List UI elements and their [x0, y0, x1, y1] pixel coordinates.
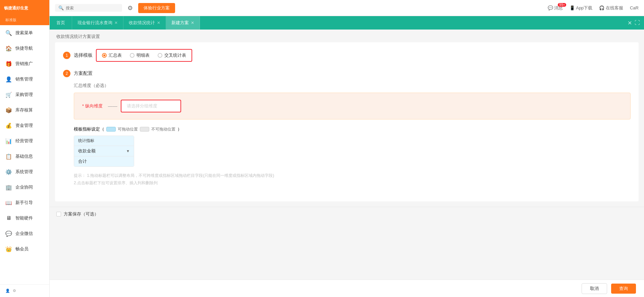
message-icon: 💬 — [548, 5, 553, 10]
indicator-cell-amount[interactable]: 收款金额 ▼ — [74, 146, 134, 156]
topbar: 🔍 ⚙ 体验行业方案 💬 消息 99+ 📱 App下载 🎧 在线客服 CaR — [50, 0, 644, 16]
draggable-label: 可拖动位置 — [118, 127, 138, 132]
radio-cross[interactable]: 交叉统计表 — [158, 52, 186, 58]
sidebar-item-label: 企业微信 — [15, 231, 33, 237]
tip-line1: 提示： 1.拖动标题栏可以调整布局，不可跨维度或指标区域拖动栏目字段(只能在同一… — [74, 172, 631, 180]
sidebar-item-inventory[interactable]: 📦 库存核算 — [0, 102, 49, 118]
logo-text: 畅捷通好生意 — [4, 6, 28, 10]
sidebar-item-search[interactable]: 🔍 搜索菜单 — [0, 25, 49, 41]
tab-receipts[interactable]: 收款情况统计 ✕ — [123, 16, 166, 30]
dim-placeholder: 请选择分组维度 — [127, 103, 157, 108]
radio-summary[interactable]: 汇总表 — [102, 52, 122, 58]
sidebar-item-enterprise[interactable]: 🏢 企业协同 — [0, 180, 49, 195]
close-icon[interactable]: ✕ — [191, 20, 194, 25]
chat-icon: 💬 — [5, 231, 12, 237]
bottom-bar: 取消 查询 — [50, 280, 644, 297]
page-title: 收款情况统计方案设置 — [50, 30, 644, 42]
search-icon: 🔍 — [58, 5, 64, 10]
dimension-row: * 纵向维度 —— 请选择分组维度 — [82, 100, 622, 112]
settings-icon[interactable]: ⚙ — [127, 4, 133, 12]
step1-title: 选择模板 — [74, 52, 93, 58]
radio-cross-input[interactable] — [158, 53, 162, 58]
sidebar-item-operation[interactable]: 📊 经营管理 — [0, 133, 49, 149]
sidebar-item-label: 快捷导航 — [15, 45, 33, 51]
step1-number: 1 — [63, 52, 70, 59]
tab-home-label: 首页 — [56, 20, 65, 26]
fixed-label: 不可拖动位置 — [151, 127, 175, 132]
sidebar-item-label: 销售管理 — [15, 76, 33, 82]
tip-line2: 2.点击标题栏下拉可设置排序、插入列和删除列 — [74, 180, 631, 187]
sidebar-item-hardware[interactable]: 🖥 智能硬件 — [0, 210, 49, 226]
sidebar-item-label: 经营管理 — [15, 138, 33, 144]
sidebar-item-system[interactable]: ⚙️ 系统管理 — [0, 164, 49, 180]
step2-header: 2 方案配置 — [63, 70, 631, 77]
building-icon: 🏢 — [5, 184, 12, 191]
sidebar-item-newbie[interactable]: 📖 新手引导 — [0, 195, 49, 210]
indicator-settings: 模板指标设定（ 可拖动位置 不可拖动位置 ） — [74, 126, 631, 167]
close-icon[interactable]: ✕ — [157, 20, 160, 25]
cancel-button[interactable]: 取消 — [582, 283, 607, 294]
sidebar: 畅捷通好生意 标准版 🔍 搜索菜单 🏠 快捷导航 🎁 营销推广 👤 销售管理 🛒… — [0, 0, 50, 297]
download-icon: 📱 — [570, 5, 575, 10]
notification-area[interactable]: 💬 消息 99+ — [548, 5, 563, 11]
sidebar-item-label: 系统管理 — [15, 169, 33, 175]
search-input[interactable] — [66, 6, 116, 10]
sidebar-item-label: 库存核算 — [15, 107, 33, 113]
clipboard-icon: 📋 — [5, 153, 12, 160]
tab-new-plan-label: 新建方案 — [171, 20, 189, 26]
sidebar-logo: 畅捷通好生意 — [0, 0, 49, 16]
online-service[interactable]: 🎧 在线客服 — [599, 5, 623, 11]
tab-new-plan[interactable]: 新建方案 ✕ — [166, 16, 200, 30]
sidebar-item-sales[interactable]: 👤 销售管理 — [0, 71, 49, 87]
step1-header: 1 选择模板 汇总表 明细表 — [63, 49, 631, 62]
expand-icon[interactable]: ⛶ — [635, 20, 640, 26]
save-checkbox[interactable] — [56, 212, 61, 216]
home-icon: 🏠 — [5, 45, 12, 52]
industry-button[interactable]: 体验行业方案 — [138, 3, 175, 13]
sidebar-item-quicknav[interactable]: 🏠 快捷导航 — [0, 41, 49, 56]
search-box[interactable]: 🔍 — [55, 4, 122, 12]
user-info[interactable]: CaR — [630, 5, 639, 10]
indicator-table-header: 统计指标 — [74, 136, 134, 146]
legend-fixed: 不可拖动位置 — [140, 127, 175, 132]
logo-subtitle: 标准版 — [0, 16, 49, 25]
tab-home[interactable]: 首页 — [50, 16, 72, 30]
close-window-icon[interactable]: ✕ — [628, 20, 632, 26]
radio-detail-input[interactable] — [130, 53, 135, 58]
tabbar: 首页 现金银行流水查询 ✕ 收款情况统计 ✕ 新建方案 ✕ ✕ ⛶ — [50, 16, 644, 30]
user-icon: 👤 — [5, 76, 12, 83]
tab-receipts-label: 收款情况统计 — [129, 20, 155, 26]
sidebar-item-wechat[interactable]: 💬 企业微信 — [0, 226, 49, 241]
cart-icon: 🛒 — [5, 92, 12, 98]
content-area: 收款情况统计方案设置 1 选择模板 汇总表 明细表 — [50, 30, 644, 280]
sidebar-item-label: 采购管理 — [15, 92, 33, 98]
book-icon: 📖 — [5, 200, 12, 206]
dimension-select[interactable]: 请选择分组维度 — [121, 100, 181, 112]
box-icon: 📦 — [5, 107, 12, 113]
sidebar-item-finance[interactable]: 💰 资金管理 — [0, 118, 49, 133]
user-name: CaR — [630, 5, 639, 10]
search-icon: 🔍 — [5, 30, 12, 36]
gear-icon: ⚙️ — [5, 169, 12, 175]
sidebar-bottom: 👤 ⚙ — [0, 284, 49, 297]
tab-cashflow[interactable]: 现金银行流水查询 ✕ — [72, 16, 123, 30]
radio-detail[interactable]: 明细表 — [130, 52, 150, 58]
sidebar-item-member[interactable]: 👑 畅会员 — [0, 241, 49, 257]
radio-summary-input[interactable] — [102, 53, 107, 58]
sidebar-item-basic[interactable]: 📋 基础信息 — [0, 149, 49, 164]
sidebar-item-marketing[interactable]: 🎁 营销推广 — [0, 56, 49, 71]
close-icon[interactable]: ✕ — [114, 20, 118, 25]
step1-section: 1 选择模板 汇总表 明细表 — [63, 49, 631, 62]
sidebar-user-label: ⚙ — [13, 289, 16, 293]
money-icon: 💰 — [5, 122, 12, 129]
sidebar-item-label: 资金管理 — [15, 122, 33, 129]
footer-checkbox-area: 方案保存（可选） — [50, 207, 644, 221]
gift-icon: 🎁 — [5, 61, 12, 67]
dropdown-arrow-icon[interactable]: ▼ — [126, 149, 130, 153]
draggable-legend-box — [106, 127, 116, 132]
sidebar-item-purchase[interactable]: 🛒 采购管理 — [0, 87, 49, 102]
app-download[interactable]: 📱 App下载 — [570, 5, 592, 11]
query-button[interactable]: 查询 — [611, 284, 636, 294]
dimension-section-title: 汇总维度（必选） — [74, 83, 631, 89]
dimension-area: * 纵向维度 —— 请选择分组维度 — [74, 93, 631, 119]
